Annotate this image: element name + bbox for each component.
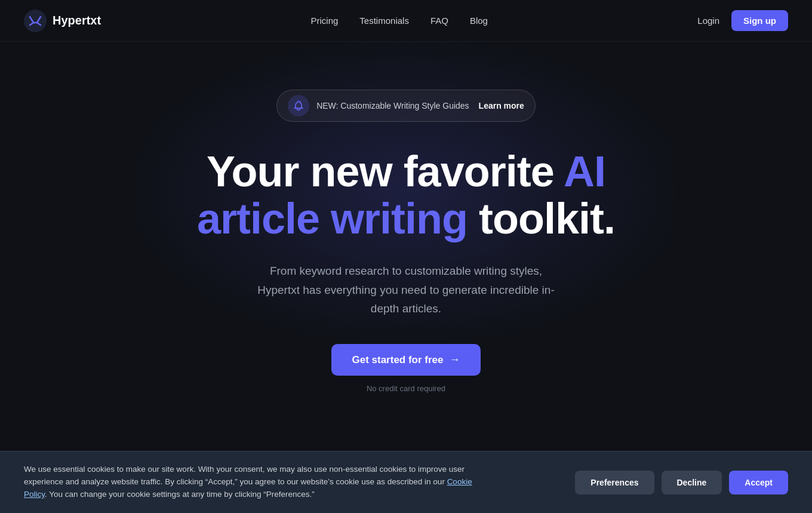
cookie-text-main: We use essential cookies to make our sit… — [24, 465, 465, 486]
bell-icon — [293, 100, 304, 112]
arrow-right-icon: → — [450, 354, 460, 366]
hero-subtitle: From keyword research to customizable wr… — [251, 262, 561, 318]
cookie-text-end: .” — [310, 490, 315, 499]
hero-title-part2: article writing — [197, 195, 467, 242]
cookie-text: We use essential cookies to make our sit… — [24, 463, 490, 501]
brand-name: Hypertxt — [53, 14, 101, 27]
no-credit-text: No credit card required — [367, 384, 445, 393]
cookie-preferences-inline: Preferences — [266, 490, 310, 499]
decline-button[interactable]: Decline — [662, 471, 722, 494]
hero-title: Your new favorite AI article writing too… — [197, 148, 615, 242]
hero-title-ai: AI — [564, 148, 605, 195]
nav-actions: Login Sign up — [697, 10, 788, 31]
cookie-banner: We use essential cookies to make our sit… — [0, 451, 812, 513]
logo-link[interactable]: Hypertxt — [24, 10, 101, 32]
cta-button[interactable]: Get started for free → — [331, 344, 480, 376]
announcement-text: NEW: Customizable Writing Style Guides — [316, 101, 469, 110]
nav-item-testimonials[interactable]: Testimonials — [359, 16, 409, 26]
accept-button[interactable]: Accept — [729, 471, 788, 494]
svg-point-0 — [24, 10, 47, 32]
bell-icon-wrap — [288, 95, 309, 116]
nav-item-blog[interactable]: Blog — [470, 16, 488, 26]
cookie-text-tail: . You can change your cookie settings at… — [45, 490, 266, 499]
signup-button[interactable]: Sign up — [731, 10, 788, 31]
cta-label: Get started for free — [352, 354, 443, 366]
navbar: Hypertxt Pricing Testimonials FAQ Blog L… — [0, 0, 812, 42]
hero-section: NEW: Customizable Writing Style Guides L… — [0, 42, 812, 429]
nav-links: Pricing Testimonials FAQ Blog — [311, 16, 488, 26]
announcement-banner[interactable]: NEW: Customizable Writing Style Guides L… — [276, 90, 536, 122]
preferences-button[interactable]: Preferences — [575, 471, 654, 494]
hero-title-part3: toolkit. — [467, 195, 615, 242]
announcement-link[interactable]: Learn more — [479, 101, 524, 110]
nav-item-faq[interactable]: FAQ — [430, 16, 448, 26]
hero-title-part1: Your new favorite — [207, 148, 564, 195]
nav-item-pricing[interactable]: Pricing — [311, 16, 339, 26]
logo-icon — [24, 10, 47, 32]
cookie-actions: Preferences Decline Accept — [575, 471, 788, 494]
login-button[interactable]: Login — [697, 16, 719, 26]
